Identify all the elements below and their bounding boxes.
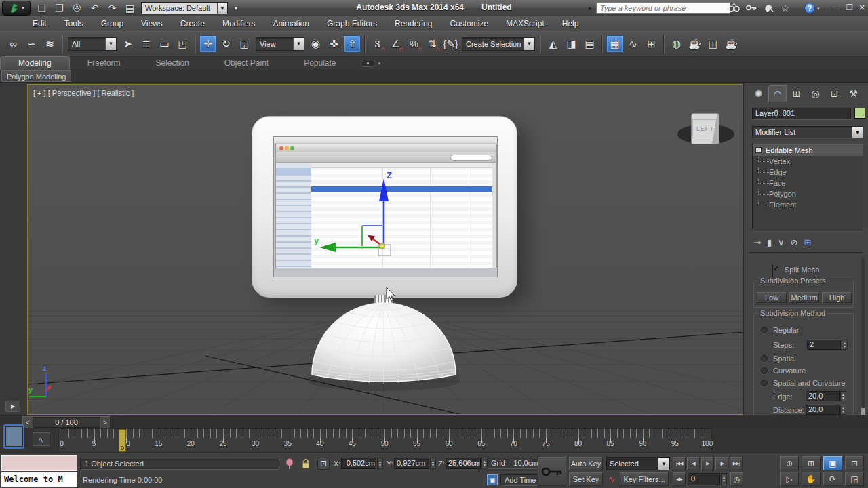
zoom-region-icon[interactable]: ▷ — [780, 472, 799, 486]
menu-item[interactable]: Graph Editors — [327, 19, 377, 28]
x-spinner[interactable]: ▲▼ — [377, 458, 383, 469]
pin-stack-icon[interactable]: ⊸ — [753, 237, 761, 247]
remove-modifier-icon[interactable]: ⊘ — [791, 237, 798, 247]
collapse-icon[interactable]: − — [755, 147, 762, 153]
dropdown-arrow-icon[interactable]: ▼ — [852, 127, 863, 138]
menu-item[interactable]: Animation — [273, 19, 309, 28]
search-input[interactable] — [596, 2, 730, 14]
workspace-dropdown[interactable]: Workspace: Default ▼ — [141, 2, 228, 14]
move-gizmo[interactable]: Z y — [299, 159, 421, 261]
select-and-scale-icon[interactable]: ◱ — [236, 35, 253, 52]
infocenter-collapse-icon[interactable]: ▸ — [589, 5, 592, 12]
keyboard-override-icon[interactable]: ⇧ — [344, 35, 361, 52]
workspace-flyout-caret-icon[interactable]: ▼ — [233, 5, 239, 12]
menu-item[interactable]: Group — [101, 19, 123, 28]
dropdown-arrow-icon[interactable]: ▼ — [524, 38, 534, 50]
unlink-selection-icon[interactable]: ∽ — [23, 35, 40, 52]
modifier-stack[interactable]: − Editable Mesh Vertex Edge — [752, 144, 863, 230]
frame-spinner[interactable]: ▲▼ — [721, 473, 727, 485]
selected-track-set-dropdown[interactable]: Selected ▼ — [606, 457, 670, 470]
workspace-dropdown-arrow-icon[interactable]: ▼ — [217, 3, 227, 14]
manage-layers-icon[interactable]: ▤ — [581, 35, 598, 52]
object-name-field[interactable]: Layer0_001 — [752, 108, 851, 119]
configure-modifier-sets-icon[interactable]: ⊞ — [804, 237, 811, 247]
show-end-result-icon[interactable]: ▮ — [767, 237, 772, 247]
save-file-icon[interactable]: ✇ — [71, 1, 83, 14]
current-frame-marker[interactable]: 0 — [119, 429, 126, 452]
set-keys-button[interactable] — [538, 457, 566, 486]
ribbon-tab[interactable]: Freeform — [70, 57, 138, 70]
stack-subobject-item[interactable]: Face — [753, 178, 863, 188]
ribbon-minimize-button[interactable]: ▼ — [361, 60, 376, 67]
menu-item[interactable]: Customize — [450, 19, 488, 28]
distance-field[interactable]: 20,0 — [806, 405, 840, 415]
hierarchy-tab-icon[interactable]: ⊞ — [787, 85, 806, 102]
next-frame-icon[interactable]: |▶ — [715, 457, 728, 470]
display-tab-icon[interactable]: ⊡ — [825, 85, 844, 102]
window-crossing-icon[interactable]: ◳ — [174, 35, 191, 52]
curvature-radio[interactable] — [761, 367, 768, 374]
y-coordinate-field[interactable]: 0,927cm — [394, 458, 429, 469]
next-frame-nudge-button[interactable]: > — [100, 417, 110, 428]
modify-tab-icon[interactable]: ◠ — [768, 85, 787, 102]
render-production-icon[interactable]: ☕ — [723, 35, 740, 52]
dropdown-arrow-icon[interactable]: ▼ — [658, 458, 669, 470]
time-tag-icon[interactable]: ▣ — [487, 474, 498, 485]
go-to-start-icon[interactable]: |◀◀ — [673, 457, 686, 470]
named-selection-set-dropdown[interactable]: Create Selection Se ▼ — [462, 37, 535, 51]
preset-button[interactable]: Medium — [789, 292, 819, 303]
polygon-modeling-panel-tab[interactable]: Polygon Modeling — [1, 70, 71, 82]
menu-item[interactable]: Tools — [64, 19, 83, 28]
new-scene-icon[interactable]: ❏ — [35, 1, 48, 14]
project-folder-icon[interactable]: ▤ — [123, 1, 136, 14]
go-to-end-icon[interactable]: ▶▶| — [730, 457, 743, 470]
auto-key-button[interactable]: Auto Key — [569, 457, 603, 470]
stack-subobject-item[interactable]: Edge — [753, 167, 863, 178]
stack-item-editable-mesh[interactable]: − Editable Mesh — [753, 144, 863, 156]
menu-item[interactable]: Modifiers — [222, 19, 256, 28]
edge-field[interactable]: 20,0 — [806, 391, 840, 401]
motion-tab-icon[interactable]: ◎ — [806, 85, 825, 102]
spinner-snap-icon[interactable]: ⇅∩ — [424, 35, 441, 52]
percent-snap-icon[interactable]: %∩ — [406, 35, 422, 52]
bind-to-space-warp-icon[interactable]: ≋ — [41, 35, 58, 52]
select-and-link-icon[interactable]: ∞ — [5, 35, 22, 52]
rectangular-selection-region-icon[interactable]: ▭ — [156, 35, 173, 52]
pan-icon[interactable]: ✋ — [802, 472, 821, 486]
time-configuration-icon[interactable]: ◷ — [730, 472, 743, 486]
maxscript-mini-listener[interactable] — [1, 455, 77, 471]
stack-subobject-item[interactable]: Polygon — [753, 188, 863, 199]
edge-spinner[interactable]: ▲▼ — [840, 391, 846, 401]
modifier-list-dropdown[interactable]: Modifier List ▼ — [752, 126, 863, 138]
regular-radio[interactable] — [761, 327, 768, 333]
perspective-viewport[interactable]: [ + ] [ Perspective ] [ Realistic ] LEFT — [27, 84, 743, 415]
menu-item[interactable]: Rendering — [395, 19, 432, 28]
viewcube[interactable]: LEFT — [691, 113, 719, 144]
material-editor-icon[interactable]: ◍ — [668, 35, 685, 52]
distance-spinner[interactable]: ▲▼ — [840, 405, 846, 415]
preset-button[interactable]: High — [822, 292, 852, 303]
minimize-button[interactable]: — — [831, 3, 842, 13]
y-spinner[interactable]: ▲▼ — [430, 458, 436, 469]
set-key-button[interactable]: Set Key — [569, 472, 603, 486]
select-by-name-icon[interactable]: ≣ — [138, 35, 155, 52]
menu-item[interactable]: Create — [180, 19, 205, 28]
maxscript-listener-line[interactable]: Welcome to M — [1, 472, 77, 487]
stack-subobject-item[interactable]: Element — [753, 199, 863, 210]
close-button[interactable]: ✕ — [856, 3, 867, 13]
curve-editor-icon[interactable]: ∿ — [625, 35, 642, 52]
zoom-extents-icon[interactable]: ▣ — [823, 456, 842, 470]
communication-center-icon[interactable] — [762, 2, 776, 14]
select-and-manipulate-icon[interactable]: ✜ — [326, 35, 342, 52]
absolute-offset-toggle-icon[interactable]: ⊡ — [317, 458, 330, 470]
ribbon-tab[interactable]: Selection — [138, 57, 206, 70]
zoom-extents-all-icon[interactable]: ⊡ — [845, 456, 864, 470]
viewport-layout-tab[interactable] — [3, 424, 24, 449]
open-file-icon[interactable]: ❐ — [53, 1, 66, 14]
preset-button[interactable]: Low — [757, 292, 787, 303]
selection-filter-dropdown[interactable]: All ▼ — [68, 37, 117, 51]
use-pivot-point-icon[interactable]: ◉ — [307, 35, 324, 52]
mini-curve-editor-button[interactable]: ∿ — [33, 432, 50, 446]
help-icon[interactable]: ? — [804, 3, 815, 14]
key-mode-toggle-icon[interactable]: ◀▶ — [673, 472, 686, 486]
